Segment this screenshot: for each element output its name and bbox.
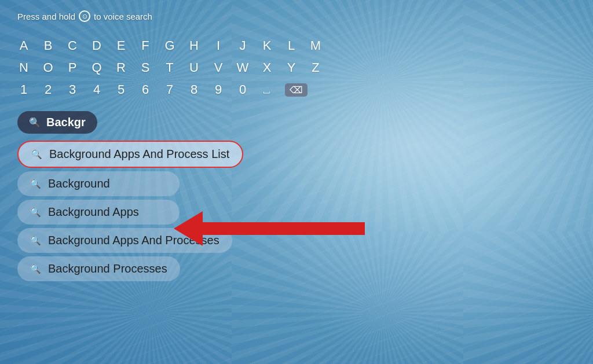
key-D[interactable]: D <box>90 38 103 53</box>
key-F[interactable]: F <box>139 38 152 53</box>
key-backspace[interactable]: ⌫ <box>285 83 308 97</box>
key-0[interactable]: 0 <box>236 82 249 97</box>
search-icon: 🔍 <box>30 264 41 274</box>
key-9[interactable]: 9 <box>212 82 225 97</box>
suggestion-item-1[interactable]: 🔍 Background Apps And Process List <box>17 141 243 168</box>
key-1[interactable]: 1 <box>17 82 30 97</box>
key-3[interactable]: 3 <box>66 82 79 97</box>
key-H[interactable]: H <box>188 38 200 53</box>
key-G[interactable]: G <box>163 38 176 53</box>
key-S[interactable]: S <box>139 60 152 75</box>
keyboard-row-2: N O P Q R S T U V W X Y Z <box>17 60 576 75</box>
virtual-keyboard: A B C D E F G H I J K L M N O P Q R S T … <box>17 38 576 97</box>
suggestion-item-5[interactable]: 🔍 Background Processes <box>17 256 180 281</box>
key-J[interactable]: J <box>236 38 249 53</box>
keyboard-row-3: 1 2 3 4 5 6 7 8 9 0 ⎵ ⌫ <box>17 82 576 97</box>
key-6[interactable]: 6 <box>139 82 152 97</box>
key-2[interactable]: 2 <box>42 82 54 97</box>
key-A[interactable]: A <box>17 38 30 53</box>
key-V[interactable]: V <box>212 60 225 75</box>
suggestion-text-3: Background Apps <box>48 205 139 219</box>
search-current-box[interactable]: 🔍 Backgr <box>17 111 97 134</box>
key-M[interactable]: M <box>309 38 322 53</box>
key-4[interactable]: 4 <box>90 82 103 97</box>
search-icon: 🔍 <box>30 207 41 218</box>
voice-hint: Press and hold ⊙ to voice search <box>17 10 576 22</box>
key-Z[interactable]: Z <box>309 60 322 75</box>
key-B[interactable]: B <box>42 38 54 53</box>
suggestion-item-4[interactable]: 🔍 Background Apps And Processes <box>17 228 232 253</box>
suggestion-item-2[interactable]: 🔍 Background <box>17 171 180 196</box>
key-O[interactable]: O <box>42 60 54 75</box>
key-Q[interactable]: Q <box>90 60 103 75</box>
suggestion-text-5: Background Processes <box>48 262 167 275</box>
key-N[interactable]: N <box>17 60 30 75</box>
key-U[interactable]: U <box>188 60 200 75</box>
voice-hint-prefix: Press and hold <box>17 12 75 21</box>
key-Y[interactable]: Y <box>285 60 298 75</box>
key-8[interactable]: 8 <box>188 82 200 97</box>
suggestion-text-4: Background Apps And Processes <box>48 234 219 247</box>
key-L[interactable]: L <box>285 38 298 53</box>
key-5[interactable]: 5 <box>115 82 127 97</box>
suggestion-text-2: Background <box>48 177 110 190</box>
search-icon: 🔍 <box>29 117 41 128</box>
key-7[interactable]: 7 <box>163 82 176 97</box>
suggestion-item-3[interactable]: 🔍 Background Apps <box>17 200 180 225</box>
key-P[interactable]: P <box>66 60 79 75</box>
key-K[interactable]: K <box>261 38 273 53</box>
key-I[interactable]: I <box>212 38 225 53</box>
key-space[interactable]: ⎵ <box>261 84 273 96</box>
mic-icon: ⊙ <box>79 10 90 22</box>
search-icon: 🔍 <box>30 179 41 189</box>
key-T[interactable]: T <box>163 60 176 75</box>
key-C[interactable]: C <box>66 38 79 53</box>
key-E[interactable]: E <box>115 38 127 53</box>
search-current-text: Backgr <box>46 116 86 129</box>
keyboard-row-1: A B C D E F G H I J K L M <box>17 38 576 53</box>
key-W[interactable]: W <box>236 60 249 75</box>
voice-hint-suffix: to voice search <box>94 12 152 21</box>
suggestion-text-1: Background Apps And Process List <box>49 148 229 161</box>
search-icon: 🔍 <box>30 236 41 246</box>
key-R[interactable]: R <box>115 60 127 75</box>
key-X[interactable]: X <box>261 60 273 75</box>
suggestions-list: 🔍 Background Apps And Process List 🔍 Bac… <box>17 141 576 281</box>
search-icon: 🔍 <box>31 149 42 160</box>
